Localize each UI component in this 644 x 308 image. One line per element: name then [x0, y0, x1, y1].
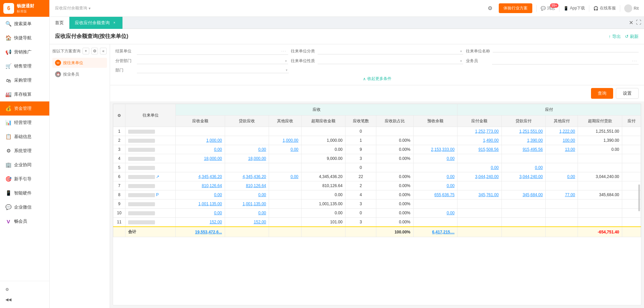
tabbar: 首页 应收应付余额查询 × ✕ ⛶: [50, 17, 644, 29]
ap-loan-header: 贷款应付: [501, 116, 546, 127]
settlement-unit-input[interactable]: ···: [137, 48, 288, 55]
dept-managed-input[interactable]: ▾: [137, 58, 288, 64]
total-ar-prepay-cell: 6,417,215....: [413, 227, 458, 237]
add-filter-btn[interactable]: +: [83, 48, 89, 54]
export-icon: ↑: [609, 34, 611, 39]
sidebar-item-finance[interactable]: 💰 资金管理: [0, 101, 49, 116]
unit-name-input[interactable]: [493, 50, 639, 52]
collapse-more-label: 收起更多条件: [367, 76, 391, 82]
sidebar-label-hardware: 智能硬件: [14, 190, 32, 196]
topbar-app-btn[interactable]: 📱 App下载: [564, 5, 585, 11]
dept-input[interactable]: ▾: [137, 67, 289, 73]
query-button[interactable]: 查询: [591, 88, 613, 99]
unit-category-input[interactable]: ▾: [318, 48, 464, 54]
ap-amount-header: 应付金额: [458, 116, 502, 127]
sidebar-label-sales: 销售管理: [14, 63, 32, 69]
sidebar-item-search-menu[interactable]: 🔍 搜索菜单: [0, 17, 49, 31]
filter-header: 按以下方案查询 + ⚙ «: [52, 48, 107, 54]
filter-header-label: 按以下方案查询: [52, 48, 80, 54]
salesperson-input[interactable]: ···: [492, 57, 639, 64]
weixin-icon: 💬: [5, 204, 11, 210]
scheme-by-staff[interactable]: ⏰ 按业务员: [52, 69, 107, 79]
filter-unit-name: 往来单位名称: [466, 48, 639, 55]
sidebar-item-purchase[interactable]: 🛍 采购管理: [0, 73, 49, 87]
export-btn[interactable]: ↑ 导出: [609, 34, 621, 40]
filter-dept: 部门 ▾: [115, 67, 289, 73]
total-settings-cell: [113, 227, 125, 237]
sidebar-item-operations[interactable]: 📊 经营管理: [0, 116, 49, 130]
settings-icon: ⚙: [5, 287, 9, 292]
topbar-divider-3: [589, 5, 589, 12]
sidebar-item-hardware[interactable]: 📱 智能硬件: [0, 186, 49, 200]
sidebar-label-weixin: 企业微信: [14, 204, 32, 210]
sidebar-collapse-btn[interactable]: ◀◀: [0, 295, 49, 305]
inventory-icon: 🏭: [5, 91, 11, 97]
dept-label: 部门: [115, 68, 134, 73]
topbar-msg-btn[interactable]: 💬 消息 99+: [541, 5, 555, 11]
unit-category-label: 往来单位分类: [291, 48, 315, 54]
sidebar-item-weixin[interactable]: 💬 企业微信: [0, 200, 49, 214]
unit-nature-input[interactable]: ▾: [318, 58, 464, 64]
settings-filter-btn[interactable]: ⚙: [91, 48, 98, 54]
sidebar-item-quick-nav[interactable]: 🏠 快捷导航: [0, 31, 49, 45]
topbar-user-area[interactable]: Rit: [624, 4, 639, 12]
sidebar-item-basic-info[interactable]: 📋 基础信息: [0, 130, 49, 144]
topbar: 应收应付余额查询 ▾ ⚙ 体验行业方案 💬 消息 99+ 📱 App下载 🎧 在…: [50, 0, 644, 17]
ar-amount-header: 应收金额: [176, 116, 225, 127]
sidebar-item-sales[interactable]: 🛒 销售管理: [0, 59, 49, 73]
scheme-by-unit-icon: W: [55, 60, 61, 66]
sidebar-logo: 6 畅捷通财 标准版: [0, 0, 49, 17]
collapse-more-btn[interactable]: ∧ 收起更多条件: [363, 76, 391, 82]
topbar-gear-btn[interactable]: ⚙: [485, 4, 495, 13]
sidebar-label-purchase: 采购管理: [14, 77, 32, 83]
table-row: 500.000.00: [113, 163, 641, 172]
tab-expand-area: ✕ ⛶: [629, 19, 641, 26]
unit-category-arrow-icon: ▾: [460, 49, 462, 53]
scheme-by-staff-icon: ⏰: [55, 71, 61, 77]
sidebar-item-guide[interactable]: 🎯 新手引导: [0, 172, 49, 186]
sidebar-item-inventory[interactable]: 🏭 库存核算: [0, 87, 49, 101]
sidebar-item-marketing[interactable]: 📢 营销推广: [0, 45, 49, 59]
sidebar-item-system[interactable]: ⚙ 系统管理: [0, 144, 49, 158]
col-group-row: ⚙ 往来单位 应收 应付: [113, 104, 641, 116]
total-ap-other-cell: [546, 227, 578, 237]
table-row: 30.000.000.000.0090.00%2,153,333.00915,5…: [113, 145, 641, 154]
sidebar-item-member[interactable]: V 畅会员: [0, 214, 49, 228]
tab-home[interactable]: 首页: [50, 17, 69, 29]
total-ap-loan-cell: [501, 227, 546, 237]
sidebar-settings-btn[interactable]: ⚙: [0, 284, 49, 295]
refresh-btn[interactable]: ↺ 刷新: [625, 34, 639, 40]
tab-close-window-icon[interactable]: ✕: [629, 19, 633, 26]
breadcrumb-dropdown-icon[interactable]: ▾: [89, 6, 91, 11]
user-name: Rit: [634, 6, 639, 11]
tab-close-icon[interactable]: ×: [112, 20, 117, 26]
total-ap-extra-cell: [622, 227, 641, 237]
operations-icon: 📊: [5, 120, 11, 126]
ar-prepay-header: 预收余额: [413, 116, 458, 127]
topbar-service-btn[interactable]: 🎧 在线客服: [593, 5, 616, 11]
filter-fields-area: 结算单位 ··· 往来单位分类 ▾ 往来单位名称: [110, 44, 644, 85]
filter-unit-nature: 往来单位性质 ▾: [291, 57, 464, 64]
set-button[interactable]: 设置: [616, 88, 639, 99]
settings-col-header[interactable]: ⚙: [113, 104, 125, 127]
table-container: ⚙ 往来单位 应收 应付 应收金额 贷款应收 其他应收 超期应收金额 应收笔数: [113, 103, 641, 305]
topbar-industry-btn[interactable]: 体验行业方案: [499, 3, 532, 13]
total-ar-other-cell: [269, 227, 301, 237]
sidebar-label-inventory: 库存核算: [14, 91, 32, 97]
table-row: 21,000.001,000.001,000.0010.00%1,490.001…: [113, 136, 641, 145]
topbar-divider-1: [536, 5, 537, 12]
refresh-icon: ↺: [625, 34, 629, 39]
tab-maximize-icon[interactable]: ⛶: [636, 19, 641, 26]
topbar-divider-2: [559, 5, 559, 12]
search-menu-icon: 🔍: [5, 21, 11, 27]
sidebar-item-corp[interactable]: 🏢 企业协同: [0, 158, 49, 172]
scheme-by-unit[interactable]: W 按往来单位: [52, 58, 107, 68]
filter-unit-category: 往来单位分类 ▾: [291, 48, 464, 55]
col-detail-row: 应收金额 贷款应收 其他应收 超期应收金额 应收笔数 应收款占比 预收余额 应付…: [113, 116, 641, 127]
table-row: 100.000.000.0000.00%0.00: [113, 209, 641, 218]
collapse-filter-btn[interactable]: «: [100, 48, 107, 54]
unit-col-header: 往来单位: [125, 104, 176, 127]
page-title: 应收应付余额查询(按往来单位): [55, 33, 128, 40]
settlement-unit-label: 结算单位: [115, 48, 134, 54]
tab-ar-ap[interactable]: 应收应付余额查询 ×: [69, 17, 123, 29]
